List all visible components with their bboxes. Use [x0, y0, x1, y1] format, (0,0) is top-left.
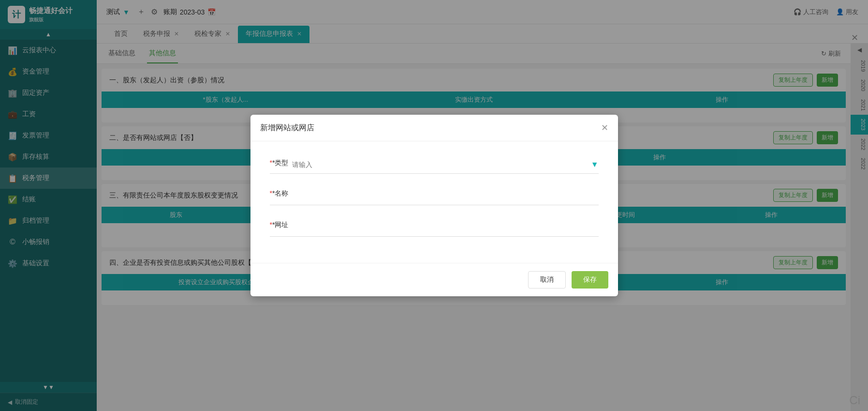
save-button[interactable]: 保存: [572, 271, 608, 289]
modal-dialog: 新增网站或网店 ✕ **类型 ▼ **名称: [250, 115, 618, 296]
url-input[interactable]: [292, 220, 598, 233]
modal-header: 新增网站或网店 ✕: [250, 115, 618, 141]
type-input[interactable]: [292, 161, 590, 168]
cancel-button[interactable]: 取消: [528, 271, 566, 289]
type-select-row: **类型 ▼: [270, 156, 599, 174]
url-label: **网址: [270, 221, 289, 229]
form-row-url: **网址: [270, 217, 599, 237]
modal-body: **类型 ▼ **名称: [250, 141, 618, 263]
modal-overlay[interactable]: 新增网站或网店 ✕ **类型 ▼ **名称: [0, 0, 868, 411]
name-label: **名称: [270, 189, 289, 198]
modal-close-button[interactable]: ✕: [601, 122, 608, 133]
modal-title: 新增网站或网店: [260, 123, 314, 133]
form-row-name: **名称: [270, 185, 599, 205]
name-input[interactable]: [292, 188, 598, 202]
form-row-type: **类型 ▼: [270, 156, 599, 174]
type-dropdown-icon[interactable]: ▼: [591, 160, 599, 169]
modal-footer: 取消 保存: [250, 263, 618, 296]
type-label: **类型: [270, 159, 289, 167]
